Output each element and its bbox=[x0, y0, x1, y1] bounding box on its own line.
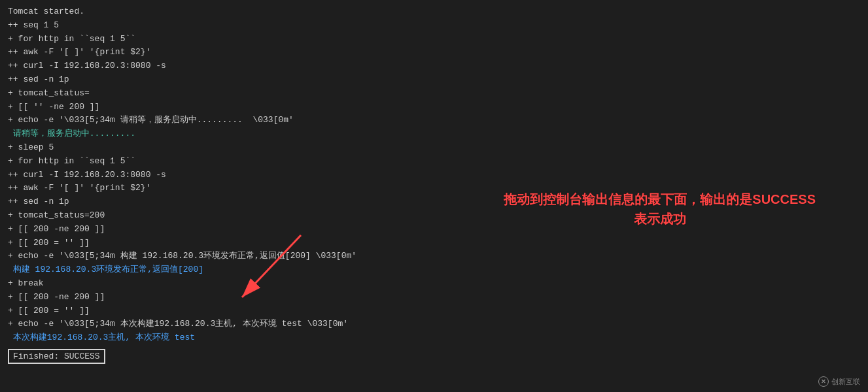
terminal-line-cyan: 请稍等，服务启动中......... bbox=[8, 127, 860, 141]
terminal-line: + echo -e '\033[5;34m 请稍等，服务启动中.........… bbox=[8, 114, 860, 127]
terminal-line: Tomcat started. bbox=[8, 5, 860, 19]
watermark-icon: ✕ bbox=[818, 376, 829, 387]
terminal-line: + echo -e '\033[5;34m 构建 192.168.20.3环境发… bbox=[8, 250, 860, 263]
terminal-line: + tomcat_status=200 bbox=[8, 209, 860, 223]
watermark-text: 创新互联 bbox=[831, 377, 860, 387]
terminal-line: ++ sed -n 1p bbox=[8, 73, 860, 87]
terminal-line: ++ seq 1 5 bbox=[8, 19, 860, 33]
terminal-line: + [[ 200 = '' ]] bbox=[8, 237, 860, 250]
terminal-line: + [[ 200 -ne 200 ]] bbox=[8, 291, 860, 304]
terminal-line: + [[ 200 -ne 200 ]] bbox=[8, 223, 860, 237]
terminal-line: + for http in ``seq 1 5`` bbox=[8, 155, 860, 169]
terminal-line: + tomcat_status= bbox=[8, 87, 860, 101]
terminal-line: + echo -e '\033[5;34m 本次构建192.168.20.3主机… bbox=[8, 318, 860, 331]
terminal-line: + sleep 5 bbox=[8, 141, 860, 155]
terminal-line: + break bbox=[8, 277, 860, 291]
terminal-window: Tomcat started. ++ seq 1 5 + for http in… bbox=[0, 0, 868, 392]
finished-success-box: Finished: SUCCESS bbox=[8, 349, 105, 364]
terminal-line-link2: 本次构建192.168.20.3主机, 本次环境 test bbox=[8, 331, 860, 345]
watermark: ✕ 创新互联 bbox=[818, 376, 860, 387]
terminal-line: + for http in ``seq 1 5`` bbox=[8, 33, 860, 46]
terminal-line: ++ curl -I 192.168.20.3:8080 -s bbox=[8, 169, 860, 182]
terminal-line: + [[ 200 = '' ]] bbox=[8, 304, 860, 318]
terminal-line: ++ curl -I 192.168.20.3:8080 -s bbox=[8, 59, 860, 73]
finished-line: Finished: SUCCESS bbox=[8, 348, 860, 364]
terminal-line: ++ awk -F '[ ]' '{print $2}' bbox=[8, 182, 860, 195]
terminal-line-link: 构建 192.168.20.3环境发布正常,返回值[200] bbox=[8, 263, 860, 277]
terminal-line: + [[ '' -ne 200 ]] bbox=[8, 101, 860, 114]
terminal-line: ++ sed -n 1p bbox=[8, 195, 860, 209]
terminal-line: ++ awk -F '[ ]' '{print $2}' bbox=[8, 46, 860, 59]
